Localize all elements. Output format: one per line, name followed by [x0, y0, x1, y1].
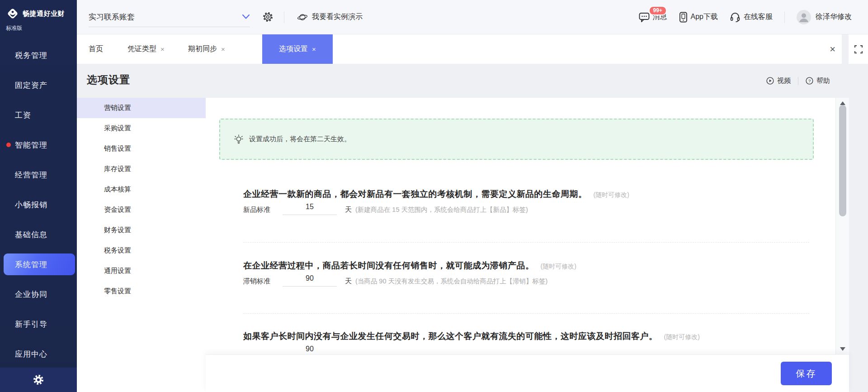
new-product-standard-row: 新品标准 天 (新建商品在 15 天范围内，系统会给商品打上【新品】标签) — [243, 203, 528, 215]
app-download-label: App下载 — [691, 12, 718, 22]
close-tab-icon[interactable]: × — [221, 45, 225, 53]
sidebar-item-base-info[interactable]: 基础信息 — [0, 220, 77, 249]
settings-nav-marketing[interactable]: 营销设置 — [77, 98, 206, 118]
brand-edition: 标准版 — [6, 24, 72, 32]
settings-nav-general[interactable]: 通用设置 — [77, 261, 206, 281]
topbar-divider — [284, 11, 284, 23]
app-download-button[interactable]: App下载 — [679, 12, 718, 23]
right-edge-strip — [849, 64, 868, 392]
settings-nav-purchase[interactable]: 采购设置 — [77, 118, 206, 139]
info-banner: 设置成功后，将会在第二天生效。 — [219, 119, 814, 160]
header-divider — [798, 77, 798, 85]
close-tab-icon[interactable]: × — [160, 45, 165, 53]
save-button[interactable]: 保存 — [781, 362, 832, 385]
settings-gear-button[interactable] — [263, 12, 273, 22]
lightbulb-icon — [234, 134, 244, 145]
page-title: 选项设置 — [87, 73, 130, 87]
field-unit: 天 — [345, 277, 352, 287]
help-label: 帮助 — [816, 76, 830, 85]
sidebar-item-system-management[interactable]: 系统管理 — [0, 249, 77, 279]
username: 徐泽华修改 — [816, 12, 852, 22]
sidebar-item-tax[interactable]: 税务管理 — [0, 40, 77, 70]
demo-link-label: 我要看实例演示 — [312, 12, 363, 22]
topbar-divider — [784, 11, 785, 23]
vertical-scrollbar[interactable] — [835, 98, 849, 354]
avatar — [797, 10, 811, 24]
messages-button[interactable]: 消息 99+ — [639, 12, 667, 22]
tab-initial-sync[interactable]: 期初同步 × — [188, 34, 225, 64]
online-service-label: 在线客服 — [744, 12, 773, 22]
tab-options-settings[interactable]: 选项设置 × — [262, 34, 333, 64]
phone-icon — [679, 12, 688, 23]
edit-hint: (随时可修改) — [664, 333, 700, 340]
sidebar-item-app-center[interactable]: 应用中心 — [0, 339, 77, 369]
section-divider — [243, 242, 809, 243]
scroll-down-arrow-icon[interactable] — [840, 347, 845, 351]
field-unit: 天 — [345, 206, 352, 215]
topbar: 实习联系账套 我要看实例演示 — [77, 0, 868, 34]
tab-voucher-types[interactable]: 凭证类型 × — [127, 34, 165, 64]
fullscreen-icon — [854, 45, 863, 54]
settings-nav-retail[interactable]: 零售设置 — [77, 281, 206, 301]
sidebar-menu: 税务管理 固定资产 工资 智能管理 经营管理 小畅报销 基础信息 系统管理 企业… — [0, 40, 77, 369]
messages-badge: 99+ — [649, 6, 667, 15]
account-selector[interactable]: 实习联系账套 — [89, 7, 250, 27]
field-label: 滞销标准 — [243, 277, 283, 287]
settings-nav: 营销设置 采购设置 销售设置 库存设置 成本核算 资金设置 财务设置 税务设置 … — [77, 98, 206, 392]
settings-nav-cost-accounting[interactable]: 成本核算 — [77, 179, 206, 200]
brand-block: 畅捷通好业财 标准版 — [0, 0, 77, 34]
close-tab-icon[interactable]: × — [312, 45, 316, 53]
settings-nav-sales[interactable]: 销售设置 — [77, 139, 206, 159]
account-name: 实习联系账套 — [89, 12, 135, 22]
sidebar-settings-button[interactable] — [0, 368, 77, 392]
customer-churn-standard-row — [283, 345, 337, 354]
section-heading-slow-moving: 在企业经营过程中，商品若长时间没有任何销售时，就可能成为滞销产品。(随时可修改) — [243, 260, 576, 272]
sidebar-item-payroll[interactable]: 工资 — [0, 100, 77, 130]
help-link[interactable]: ? 帮助 — [806, 76, 830, 85]
chat-bubble-icon — [639, 12, 650, 22]
section-heading-new-product: 企业经营一款新的商品，都会对新品有一套独立的考核机制，需要定义新品的生命周期。(… — [243, 188, 629, 200]
planet-icon — [297, 13, 308, 22]
question-circle-icon: ? — [806, 77, 813, 85]
edit-hint: (随时可修改) — [594, 191, 629, 198]
settings-nav-finance[interactable]: 财务设置 — [77, 220, 206, 240]
settings-nav-funds[interactable]: 资金设置 — [77, 200, 206, 220]
scrollbar-thumb[interactable] — [839, 105, 846, 216]
fullscreen-button[interactable] — [849, 34, 868, 64]
video-link[interactable]: 视频 — [766, 76, 791, 85]
field-note: (新建商品在 15 天范围内，系统会给商品打上【新品】标签) — [355, 206, 528, 215]
sidebar-item-fixed-assets[interactable]: 固定资产 — [0, 70, 77, 100]
notification-dot — [6, 143, 11, 147]
sidebar-item-beginner-guide[interactable]: 新手引导 — [0, 309, 77, 339]
app-sidebar: 畅捷通好业财 标准版 税务管理 固定资产 工资 智能管理 经营管理 小畅报销 基… — [0, 0, 77, 392]
sidebar-item-smart-management[interactable]: 智能管理 — [0, 130, 77, 160]
slow-moving-days-input[interactable] — [283, 274, 337, 287]
gear-icon — [263, 12, 273, 22]
demo-link[interactable]: 我要看实例演示 — [297, 12, 363, 22]
settings-nav-inventory[interactable]: 库存设置 — [77, 159, 206, 179]
settings-content-panel: 设置成功后，将会在第二天生效。 企业经营一款新的商品，都会对新品有一套独立的考核… — [206, 98, 849, 354]
user-menu[interactable]: 徐泽华修改 — [797, 10, 852, 24]
tab-home[interactable]: 首页 — [89, 34, 103, 64]
edit-hint: (随时可修改) — [541, 263, 576, 270]
topbar-right-group: 消息 99+ App下载 在线客服 — [639, 10, 868, 24]
sidebar-item-business-management[interactable]: 经营管理 — [0, 160, 77, 190]
section-divider — [243, 313, 809, 314]
new-product-days-input[interactable] — [283, 203, 337, 215]
footer-bar: 保存 — [206, 354, 849, 392]
banner-text: 设置成功后，将会在第二天生效。 — [249, 135, 351, 143]
gear-icon — [33, 374, 44, 385]
scroll-up-arrow-icon[interactable] — [840, 101, 845, 105]
close-icon[interactable]: × — [830, 34, 835, 64]
chevron-down-icon — [242, 14, 250, 19]
field-note: (当商品 90 天没有发生交易，系统会自动给商品打上【滞销】标签) — [355, 277, 547, 287]
sidebar-item-expense[interactable]: 小畅报销 — [0, 190, 77, 220]
tabbar: 首页 凭证类型 × 期初同步 × 选项设置 × × — [77, 34, 842, 64]
customer-churn-days-input[interactable] — [283, 345, 337, 354]
sidebar-item-enterprise-collab[interactable]: 企业协同 — [0, 279, 77, 309]
slow-moving-standard-row: 滞销标准 天 (当商品 90 天没有发生交易，系统会自动给商品打上【滞销】标签) — [243, 274, 547, 287]
field-label: 新品标准 — [243, 206, 283, 215]
page-header: 选项设置 视频 ? 帮助 — [77, 64, 868, 98]
online-service-button[interactable]: 在线客服 — [730, 12, 773, 23]
settings-nav-tax[interactable]: 税务设置 — [77, 240, 206, 261]
